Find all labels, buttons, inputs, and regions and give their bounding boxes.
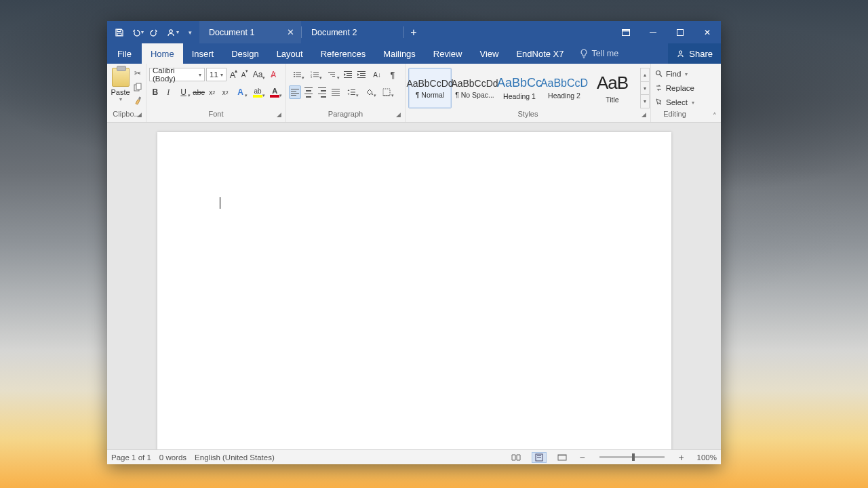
tab-endnote[interactable]: EndNote X7 — [507, 43, 572, 64]
file-tab[interactable]: File — [107, 43, 142, 64]
tab-layout[interactable]: Layout — [268, 43, 312, 64]
tab-references[interactable]: References — [312, 43, 374, 64]
show-paragraph-marks-button[interactable]: ¶ — [387, 68, 399, 81]
collapse-ribbon-button[interactable]: ˄ — [713, 112, 717, 121]
superscript-button[interactable]: x2 — [220, 85, 231, 99]
strikethrough-button[interactable]: abc — [193, 85, 205, 99]
zoom-in-button[interactable]: + — [677, 452, 686, 463]
group-label-editing: Editing — [651, 110, 698, 122]
sort-button[interactable]: A↓ — [369, 68, 385, 81]
line-spacing-button[interactable]: ▾ — [343, 85, 359, 99]
zoom-out-button[interactable]: − — [578, 452, 587, 463]
copy-button[interactable] — [132, 81, 143, 92]
bold-button[interactable]: B — [149, 85, 161, 99]
style-no-spacing[interactable]: AaBbCcDd¶ No Spac... — [453, 68, 496, 108]
select-button[interactable]: Select▾ — [654, 96, 696, 108]
font-size-combo[interactable]: 11▾ — [206, 68, 226, 81]
tab-review[interactable]: Review — [425, 43, 471, 64]
replace-button[interactable]: Replace — [654, 82, 696, 94]
grow-font-button[interactable]: A▴ — [228, 68, 237, 81]
page[interactable] — [157, 132, 671, 449]
text-effects-button[interactable]: A▾ — [233, 85, 248, 99]
justify-button[interactable] — [330, 85, 342, 99]
tell-me-label: Tell me — [592, 49, 619, 58]
bullets-button[interactable]: ▾ — [289, 68, 305, 81]
align-left-button[interactable] — [289, 85, 301, 99]
tab-insert[interactable]: Insert — [183, 43, 223, 64]
maximize-button[interactable] — [667, 21, 694, 43]
gallery-down-button[interactable]: ▾ — [641, 82, 649, 96]
font-name-combo[interactable]: Calibri (Body)▾ — [149, 68, 205, 81]
web-layout-button[interactable] — [555, 452, 570, 463]
dialog-launcher-clipboard[interactable]: ◢ — [135, 110, 143, 119]
group-paragraph: ▾ 123▾ ▾ A↓ ¶ ▾ ▾ — [286, 64, 406, 122]
paste-button[interactable]: Paste ▾ — [110, 66, 131, 108]
dialog-launcher-paragraph[interactable]: ◢ — [394, 110, 402, 119]
svg-point-39 — [656, 71, 660, 75]
increase-indent-button[interactable] — [355, 68, 368, 81]
tab-view[interactable]: View — [471, 43, 507, 64]
document-tab-2[interactable]: Document 2 — [302, 21, 403, 43]
dialog-launcher-font[interactable]: ◢ — [275, 110, 283, 119]
tab-design[interactable]: Design — [222, 43, 267, 64]
print-layout-button[interactable] — [532, 452, 547, 463]
italic-button[interactable]: I — [162, 85, 174, 99]
decrease-indent-button[interactable] — [342, 68, 354, 81]
tab-home[interactable]: Home — [142, 43, 183, 64]
close-tab-button[interactable]: ✕ — [285, 27, 296, 38]
status-language[interactable]: English (United States) — [195, 453, 275, 462]
borders-button[interactable]: ▾ — [378, 85, 395, 99]
numbering-button[interactable]: 123▾ — [307, 68, 323, 81]
font-color-button[interactable]: A▾ — [267, 85, 283, 99]
document-tab-1[interactable]: Document 1 ✕ — [199, 21, 301, 43]
multilevel-list-button[interactable]: ▾ — [324, 68, 340, 81]
read-mode-button[interactable] — [509, 452, 524, 463]
gallery-more-button[interactable]: ▾ — [641, 95, 649, 108]
customize-qat-button[interactable]: ▾ — [183, 24, 197, 41]
underline-button[interactable]: U▾ — [176, 85, 191, 99]
undo-button[interactable]: ▾ — [130, 24, 144, 41]
dialog-launcher-styles[interactable]: ◢ — [639, 110, 648, 119]
status-page[interactable]: Page 1 of 1 — [111, 453, 151, 462]
style-title[interactable]: AaBTitle — [587, 68, 637, 108]
gallery-up-button[interactable]: ▴ — [641, 68, 649, 82]
group-label-paragraph: Paragraph◢ — [286, 110, 405, 122]
share-button[interactable]: Share — [668, 43, 721, 64]
ribbon-display-options-button[interactable] — [612, 21, 639, 43]
align-center-button[interactable] — [302, 85, 315, 99]
change-case-button[interactable]: Aa▾ — [250, 68, 266, 81]
save-button[interactable] — [113, 24, 126, 41]
svg-rect-17 — [313, 73, 319, 73]
tell-me-search[interactable]: Tell me — [573, 43, 626, 64]
document-area[interactable] — [107, 123, 721, 449]
clear-formatting-button[interactable]: A̷ — [267, 68, 279, 81]
svg-point-36 — [372, 94, 373, 95]
cut-button[interactable]: ✂ — [132, 68, 143, 79]
style-normal[interactable]: AaBbCcDd¶ Normal — [408, 68, 452, 108]
style-heading-1[interactable]: AaBbCcHeading 1 — [498, 68, 541, 108]
style-heading-2[interactable]: AaBbCcDHeading 2 — [542, 68, 586, 108]
svg-rect-22 — [328, 72, 335, 73]
close-window-button[interactable]: ✕ — [694, 21, 721, 43]
status-words[interactable]: 0 words — [159, 453, 186, 462]
tab-mailings[interactable]: Mailings — [374, 43, 425, 64]
format-painter-button[interactable] — [132, 95, 143, 106]
subscript-button[interactable]: x2 — [206, 85, 218, 99]
styles-gallery-scroll: ▴ ▾ ▾ — [640, 68, 650, 108]
touch-mode-button[interactable]: ▾ — [165, 24, 179, 41]
zoom-slider[interactable] — [599, 456, 665, 458]
highlight-button[interactable]: ab▾ — [250, 85, 265, 99]
align-right-button[interactable] — [316, 85, 328, 99]
redo-button[interactable] — [148, 24, 161, 41]
find-button[interactable]: Find▾ — [654, 68, 696, 80]
svg-rect-25 — [344, 71, 352, 72]
shrink-font-button[interactable]: A▾ — [239, 68, 248, 81]
chevron-down-icon: ▾ — [685, 71, 688, 77]
zoom-level[interactable]: 100% — [697, 453, 717, 462]
shading-button[interactable]: ▾ — [361, 85, 377, 99]
minimize-button[interactable] — [639, 21, 667, 43]
new-tab-button[interactable]: + — [404, 21, 423, 43]
multilevel-icon — [328, 71, 336, 78]
svg-rect-42 — [537, 457, 541, 458]
zoom-thumb[interactable] — [632, 453, 635, 461]
